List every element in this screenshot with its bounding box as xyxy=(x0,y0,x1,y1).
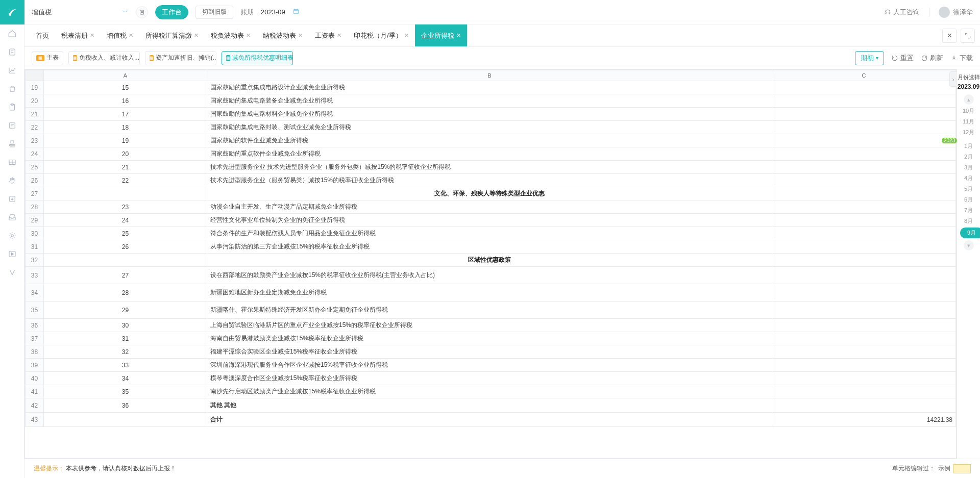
tab-纳税波动表[interactable]: 纳税波动表✕ xyxy=(257,24,309,47)
subtab-资产加速折旧、摊销(...[interactable]: ▦资产加速折旧、摊销(... xyxy=(145,51,216,65)
cell-c[interactable] xyxy=(772,372,956,385)
cell-a[interactable]: 34 xyxy=(44,372,207,385)
row-number[interactable]: 19 xyxy=(26,81,44,94)
cell-c[interactable] xyxy=(772,267,956,284)
rail-chart-icon[interactable] xyxy=(0,61,24,80)
month-item[interactable]: 5月 xyxy=(957,184,980,194)
cell-a[interactable] xyxy=(44,187,207,200)
cell-c[interactable] xyxy=(772,254,956,267)
rail-v-icon[interactable] xyxy=(0,263,24,282)
cell-a[interactable]: 31 xyxy=(44,332,207,345)
table-row[interactable]: 3529新疆喀什、霍尔果斯特殊经济开发区新办企业定期免征企业所得税 xyxy=(26,301,956,319)
cell-b[interactable]: 国家鼓励的集成电路材料企业减免企业所得税 xyxy=(207,108,772,121)
cell-a[interactable]: 29 xyxy=(44,301,207,319)
cell-c[interactable] xyxy=(772,161,956,174)
month-item[interactable]: 7月 xyxy=(957,205,980,216)
tab-工资表[interactable]: 工资表✕ xyxy=(309,24,348,47)
row-number[interactable]: 27 xyxy=(26,187,44,200)
row-number[interactable]: 32 xyxy=(26,254,44,267)
tab-所得税汇算清缴[interactable]: 所得税汇算清缴✕ xyxy=(139,24,205,47)
cell-c[interactable] xyxy=(772,174,956,187)
month-item[interactable]: 6月 xyxy=(957,194,980,205)
rail-inbox-icon[interactable] xyxy=(0,208,24,227)
tab-首页[interactable]: 首页 xyxy=(30,24,55,47)
cell-b[interactable]: 国家鼓励的集成电路封装、测试企业减免企业所得税 xyxy=(207,121,772,134)
cell-a[interactable]: 27 xyxy=(44,267,207,284)
row-number[interactable]: 38 xyxy=(26,345,44,359)
cell-c[interactable] xyxy=(772,81,956,94)
month-up-icon[interactable]: ▴ xyxy=(964,94,974,105)
rail-export-icon[interactable] xyxy=(0,190,24,208)
row-number[interactable]: 33 xyxy=(26,267,44,284)
switch-old-button[interactable]: 切到旧版 xyxy=(195,6,233,19)
cell-c[interactable] xyxy=(772,200,956,214)
calendar-icon[interactable] xyxy=(292,8,300,16)
row-number[interactable]: 21 xyxy=(26,108,44,121)
close-icon[interactable]: ✕ xyxy=(90,32,94,39)
reset-button[interactable]: 重置 xyxy=(891,54,914,63)
cell-b[interactable]: 国家鼓励的软件企业减免企业所得税 xyxy=(207,134,772,147)
close-icon[interactable]: ✕ xyxy=(298,32,303,39)
cell-c[interactable] xyxy=(772,345,956,359)
cell-b[interactable]: 国家鼓励的重点软件企业减免企业所得税 xyxy=(207,147,772,161)
cell-c[interactable] xyxy=(772,94,956,108)
cell-b[interactable]: 海南自由贸易港鼓励类企业减按15%税率征收企业所得税 xyxy=(207,332,772,345)
table-row[interactable]: 1915国家鼓励的重点集成电路设计企业减免企业所得税 xyxy=(26,81,956,94)
table-row[interactable]: 2117国家鼓励的集成电路材料企业减免企业所得税 xyxy=(26,108,956,121)
rail-clipboard-icon[interactable] xyxy=(0,98,24,116)
month-item[interactable]: 12月 xyxy=(957,127,980,138)
cell-a[interactable]: 35 xyxy=(44,385,207,398)
row-number[interactable]: 30 xyxy=(26,227,44,240)
table-row[interactable]: 2823动漫企业自主开发、生产动漫产品定期减免企业所得税 xyxy=(26,200,956,214)
table-row[interactable]: 2319国家鼓励的软件企业减免企业所得税 xyxy=(26,134,956,147)
month-item[interactable]: 9月 xyxy=(960,228,980,238)
download-button[interactable]: 下载 xyxy=(950,54,973,63)
row-number[interactable]: 35 xyxy=(26,301,44,319)
month-item[interactable]: 3月 xyxy=(957,162,980,173)
row-number[interactable]: 34 xyxy=(26,284,44,301)
subtab-减免所得税优惠明细表[interactable]: ▦减免所得税优惠明细表 xyxy=(222,51,293,65)
cell-a[interactable]: 19 xyxy=(44,134,207,147)
cell-a[interactable]: 26 xyxy=(44,240,207,254)
rail-stamp-icon[interactable] xyxy=(0,135,24,153)
cell-a[interactable]: 21 xyxy=(44,161,207,174)
month-item[interactable]: 2月 xyxy=(957,152,980,162)
tab-增值税[interactable]: 增值税✕ xyxy=(101,24,139,47)
close-icon[interactable]: ✕ xyxy=(129,32,133,39)
cell-b[interactable]: 南沙先行启动区鼓励类产业企业减按15%税率征收企业所得税 xyxy=(207,385,772,398)
cell-b[interactable]: 从事污染防治的第三方企业减按15%的税率征收企业所得税 xyxy=(207,240,772,254)
cell-a[interactable]: 22 xyxy=(44,174,207,187)
close-icon[interactable]: ✕ xyxy=(404,32,409,39)
row-number[interactable]: 20 xyxy=(26,94,44,108)
note-icon[interactable] xyxy=(136,6,148,18)
table-row[interactable]: 3933深圳前海深港现代服务业合作区企业减按15%税率征收企业所得税 xyxy=(26,359,956,372)
table-row[interactable]: 2016国家鼓励的集成电路装备企业减免企业所得税 xyxy=(26,94,956,108)
tax-selector[interactable]: 增值税 ﹀ xyxy=(32,8,129,17)
tab-税表清册[interactable]: 税表清册✕ xyxy=(55,24,101,47)
tabs-close-all[interactable]: ✕ xyxy=(942,29,957,43)
cell-c[interactable] xyxy=(772,227,956,240)
row-number[interactable]: 26 xyxy=(26,174,44,187)
cell-c[interactable] xyxy=(772,121,956,134)
col-header-B[interactable]: B xyxy=(207,70,772,81)
row-number[interactable]: 43 xyxy=(26,413,44,427)
cell-b[interactable]: 其他 其他 xyxy=(207,398,772,413)
row-number[interactable]: 42 xyxy=(26,398,44,413)
month-item[interactable]: 1月 xyxy=(957,141,980,152)
table-row[interactable]: 3126从事污染防治的第三方企业减按15%的税率征收企业所得税 xyxy=(26,240,956,254)
cell-b[interactable]: 文化、环保、残疾人等特殊类型企业优惠 xyxy=(207,187,772,200)
table-row[interactable]: 32区域性优惠政策 xyxy=(26,254,956,267)
table-row[interactable]: 4135南沙先行启动区鼓励类产业企业减按15%税率征收企业所得税 xyxy=(26,385,956,398)
col-header-C[interactable]: C xyxy=(772,70,956,81)
rail-hand-icon[interactable] xyxy=(0,171,24,190)
row-number[interactable]: 31 xyxy=(26,240,44,254)
cell-b[interactable]: 技术先进型服务企业（服务贸易类）减按15%的税率征收企业所得税 xyxy=(207,174,772,187)
spreadsheet[interactable]: ABC1915国家鼓励的重点集成电路设计企业减免企业所得税2016国家鼓励的集成… xyxy=(24,69,957,459)
table-row[interactable]: 2420国家鼓励的重点软件企业减免企业所得税 xyxy=(26,147,956,161)
rail-home-icon[interactable] xyxy=(0,24,24,43)
subtab-主表[interactable]: ▦主表 xyxy=(32,51,63,65)
close-icon[interactable]: ✕ xyxy=(337,32,341,39)
rail-doc-icon[interactable] xyxy=(0,43,24,61)
tab-企业所得税[interactable]: 企业所得税✕ xyxy=(415,24,467,47)
close-icon[interactable]: ✕ xyxy=(456,32,461,39)
